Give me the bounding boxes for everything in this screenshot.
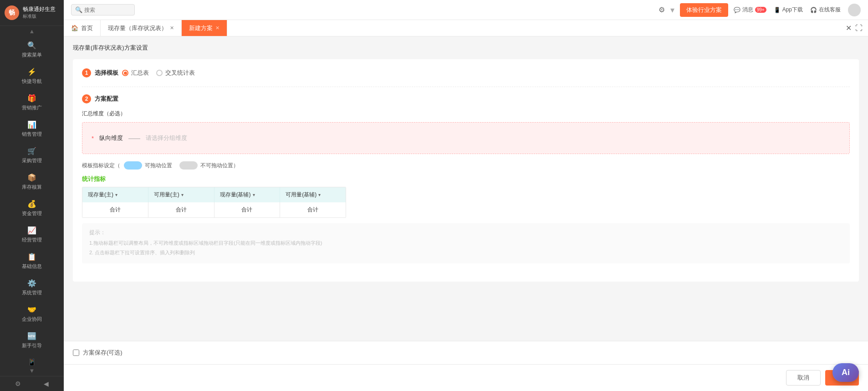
sidebar-item-purchase[interactable]: 🛒 采购管理 <box>0 142 64 169</box>
toggle-not-draggable-box[interactable] <box>179 161 198 170</box>
sidebar-item-label: 基础信息 <box>22 263 42 270</box>
sidebar-scroll-up[interactable]: ▲ <box>0 26 64 36</box>
chevron-down-icon: ▾ <box>115 192 117 197</box>
dimension-placeholder: 请选择分组维度 <box>146 134 187 142</box>
sidebar-item-label: 快捷导航 <box>22 78 42 85</box>
step1-title: 选择模板 <box>95 69 118 77</box>
finance-icon: 💰 <box>27 200 36 208</box>
sidebar-item-sales[interactable]: 📊 销售管理 <box>0 116 64 142</box>
template-radio-group: 汇总表 交叉统计表 <box>122 69 195 77</box>
stats-col-2-header[interactable]: 可用量(主) ▾ <box>148 187 214 202</box>
online-service-button[interactable]: 🎧 在线客服 <box>810 6 841 14</box>
system-icon: ⚙️ <box>27 279 36 288</box>
radio-summary-table[interactable]: 汇总表 <box>122 69 149 77</box>
sidebar-scroll-down[interactable]: ▼ <box>0 365 64 376</box>
step1-number: 1 <box>82 68 91 77</box>
sidebar-item-quicknav[interactable]: ⚡ 快捷导航 <box>0 63 64 89</box>
sidebar-item-inventory[interactable]: 📦 库存核算 <box>0 169 64 195</box>
stats-col-4-header[interactable]: 可用量(基辅) ▾ <box>280 187 346 202</box>
tab-new-plan[interactable]: 新建方案 ✕ <box>182 20 227 36</box>
search-box[interactable]: 🔍 <box>71 4 135 15</box>
cooperation-icon: 🤝 <box>27 305 36 314</box>
stats-col-1-header[interactable]: 现存量(主) ▾ <box>82 187 148 202</box>
purchase-icon: 🛒 <box>27 147 36 155</box>
tab-close-newplan[interactable]: ✕ <box>215 25 220 31</box>
sidebar-item-label: 销售管理 <box>22 131 42 138</box>
dimension-area[interactable]: * 纵向维度 —— 请选择分组维度 <box>82 122 850 154</box>
toggle-draggable-box[interactable] <box>124 161 142 170</box>
stats-col-3-header[interactable]: 现存量(基辅) ▾ <box>214 187 281 202</box>
settings-icon[interactable]: ⚙ <box>659 5 665 14</box>
save-option-label: 方案保存(可选) <box>83 349 123 357</box>
message-button[interactable]: 💬 消息 99+ <box>734 6 766 14</box>
sidebar-settings-button[interactable]: ⚙ <box>15 380 21 387</box>
stats-section: 统计指标 现存量(主) ▾ 可用量(主) ▾ <box>82 175 850 218</box>
tip-1: 1.拖动标题栏可以调整布局，不可跨维度或指标区域拖动栏目字段(只能在同一维度或指… <box>89 239 842 247</box>
chevron-down-icon[interactable]: ▾ <box>670 5 674 15</box>
tab-fullscreen-button[interactable]: ⛶ <box>855 24 863 32</box>
sidebar-collapse-button[interactable]: ◀ <box>44 380 49 387</box>
sidebar-logo: 畅 畅康通好生意 标准版 <box>0 0 64 26</box>
sidebar-item-finance[interactable]: 💰 资金管理 <box>0 195 64 221</box>
sidebar-item-apps[interactable]: 📱 应用中心 <box>0 354 64 365</box>
stats-col-1-body: 合计 <box>82 202 148 217</box>
user-avatar[interactable] <box>848 4 861 16</box>
sidebar-item-basic-info[interactable]: 📋 基础信息 <box>0 248 64 274</box>
divider-1 <box>82 87 850 87</box>
settings-card: 1 选择模板 汇总表 交叉统计表 <box>73 59 859 282</box>
page-title: 现存量(库存状况表)方案设置 <box>73 44 859 52</box>
sidebar-item-search[interactable]: 🔍 搜索菜单 <box>0 36 64 63</box>
radio-cross-table[interactable]: 交叉统计表 <box>156 69 195 77</box>
tabs-controls: ✕ ⛶ <box>840 24 868 32</box>
save-checkbox[interactable] <box>73 350 79 356</box>
tab-close-inventory[interactable]: ✕ <box>170 25 174 31</box>
footer-actions: 取消 查询 <box>64 364 868 391</box>
stats-table: 现存量(主) ▾ 可用量(主) ▾ 现存量(基辅) ▾ <box>82 187 346 218</box>
newbie-icon: 🆕 <box>27 332 36 340</box>
sidebar-item-cooperation[interactable]: 🤝 企业协同 <box>0 301 64 327</box>
sidebar-item-label: 采购管理 <box>22 157 42 164</box>
trial-button[interactable]: 体验行业方案 <box>680 3 728 17</box>
radio-summary-circle <box>122 70 128 76</box>
ai-bubble[interactable]: Ai <box>832 363 859 382</box>
app-logo-icon: 畅 <box>5 5 19 20</box>
sidebar-item-label: 库存核算 <box>22 184 42 190</box>
tab-inventory-status[interactable]: 现存量（库存状况表） ✕ <box>101 20 182 36</box>
app-download-button[interactable]: 📱 App下载 <box>774 6 803 14</box>
tip-2: 2. 点击标题栏下拉可设置排序、插入列和删除列 <box>89 249 842 257</box>
required-mark: * <box>92 135 94 142</box>
sidebar-item-marketing[interactable]: 🎁 营销推广 <box>0 89 64 116</box>
topbar: 🔍 ⚙ ▾ 体验行业方案 💬 消息 99+ 📱 App下载 🎧 在线客服 <box>64 0 868 20</box>
step1-section: 1 选择模板 汇总表 交叉统计表 <box>82 68 850 77</box>
chevron-down-icon: ▾ <box>318 192 321 197</box>
sidebar-item-label: 搜索菜单 <box>22 51 42 58</box>
stats-header-row: 现存量(主) ▾ 可用量(主) ▾ 现存量(基辅) ▾ <box>82 187 346 202</box>
sidebar-item-system[interactable]: ⚙️ 系统管理 <box>0 274 64 301</box>
toggle-not-draggable[interactable]: 不可拖动位置） <box>179 161 239 170</box>
apps-icon: 📱 <box>27 358 36 365</box>
sidebar-item-management[interactable]: 📈 经营管理 <box>0 221 64 248</box>
headset-icon: 🎧 <box>810 7 817 13</box>
message-badge: 99+ <box>755 7 766 13</box>
step2-number: 2 <box>82 94 91 103</box>
search-input[interactable] <box>84 7 130 13</box>
toggle-draggable[interactable]: 可拖动位置 <box>124 161 172 170</box>
marketing-icon: 🎁 <box>27 94 36 103</box>
search-icon: 🔍 <box>27 41 36 50</box>
basic-info-icon: 📋 <box>27 252 36 261</box>
sidebar-item-newbie[interactable]: 🆕 新手引导 <box>0 327 64 354</box>
stats-body-row: 合计 合计 合计 合计 <box>82 202 346 217</box>
tab-home[interactable]: 🏠 首页 <box>64 20 101 36</box>
cancel-button[interactable]: 取消 <box>786 370 821 386</box>
save-option-bar: 方案保存(可选) <box>64 341 868 364</box>
search-icon: 🔍 <box>75 6 82 13</box>
inventory-icon: 📦 <box>27 173 36 182</box>
main-area: 🔍 ⚙ ▾ 体验行业方案 💬 消息 99+ 📱 App下载 🎧 在线客服 <box>64 0 868 391</box>
sidebar-logo-text: 畅康通好生意 标准版 <box>23 6 56 20</box>
tips-title: 提示： <box>89 229 842 237</box>
sidebar-item-label: 经营管理 <box>22 237 42 243</box>
stats-label: 统计指标 <box>82 175 850 183</box>
tab-close-all-button[interactable]: ✕ <box>846 24 852 32</box>
dimension-field-label: 纵向维度 <box>99 134 123 142</box>
sidebar-nav: 🔍 搜索菜单 ⚡ 快捷导航 🎁 营销推广 📊 销售管理 🛒 采购管理 📦 库存核… <box>0 36 64 365</box>
